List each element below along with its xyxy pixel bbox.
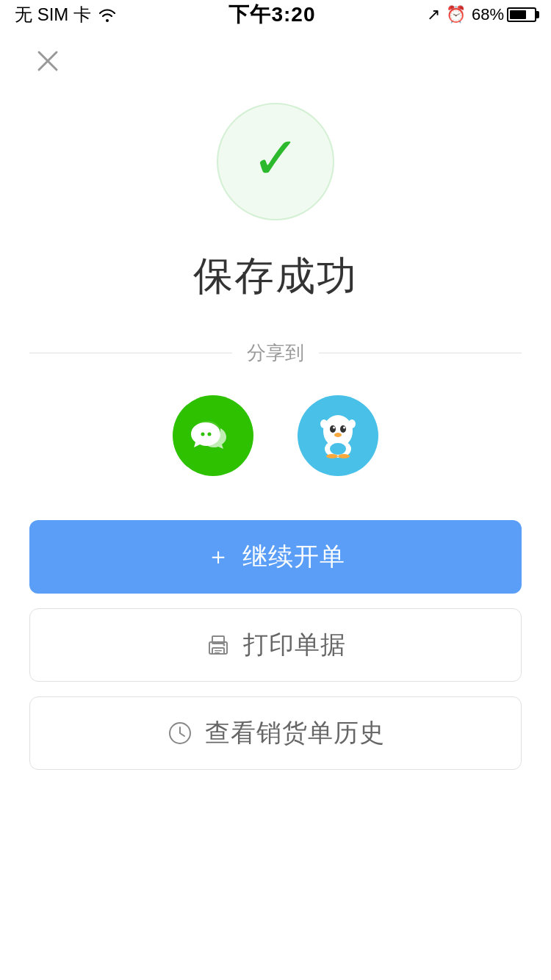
status-indicators: ↗ ⏰ 68% <box>427 5 536 24</box>
check-icon: ✓ <box>251 129 300 188</box>
success-circle: ✓ <box>217 103 334 220</box>
battery-icon <box>507 7 536 22</box>
close-icon <box>36 49 60 73</box>
main-content: ✓ 保存成功 分享到 <box>0 29 551 799</box>
svg-point-16 <box>348 419 356 428</box>
battery-fill <box>510 10 526 19</box>
history-icon <box>167 720 193 746</box>
action-buttons: ＋ 继续开单 打印单据 <box>29 520 522 770</box>
plus-icon: ＋ <box>206 541 231 573</box>
svg-rect-21 <box>215 652 220 654</box>
status-time: 下午3:20 <box>228 1 315 29</box>
wechat-icon <box>190 415 237 456</box>
success-title: 保存成功 <box>193 250 358 303</box>
close-button[interactable] <box>29 43 66 79</box>
continue-order-label: 继续开单 <box>242 540 345 574</box>
svg-rect-20 <box>215 650 222 652</box>
svg-point-10 <box>333 427 335 429</box>
battery-percent: 68% <box>472 5 504 24</box>
qq-share-button[interactable] <box>298 395 378 476</box>
qq-icon <box>313 411 363 461</box>
divider-left <box>29 353 232 353</box>
share-label: 分享到 <box>247 340 304 366</box>
svg-point-11 <box>343 427 345 429</box>
wechat-share-button[interactable] <box>173 395 253 476</box>
share-divider: 分享到 <box>29 340 522 366</box>
print-receipt-button[interactable]: 打印单据 <box>29 608 522 682</box>
svg-point-7 <box>330 443 346 455</box>
location-icon: ↗ <box>427 5 440 24</box>
view-history-button[interactable]: 查看销货单历史 <box>29 696 522 770</box>
alarm-icon: ⏰ <box>446 5 466 24</box>
battery-info: 68% <box>472 5 536 24</box>
printer-icon <box>205 632 231 658</box>
carrier-info: 无 SIM 卡 <box>15 3 118 26</box>
continue-order-button[interactable]: ＋ 继续开单 <box>29 520 522 594</box>
svg-point-12 <box>334 433 342 437</box>
print-receipt-label: 打印单据 <box>243 628 346 662</box>
view-history-label: 查看销货单历史 <box>205 716 385 750</box>
svg-point-4 <box>208 433 212 436</box>
share-row <box>29 395 522 476</box>
divider-right <box>319 353 522 353</box>
carrier-text: 无 SIM 卡 <box>15 3 91 26</box>
svg-point-13 <box>326 454 338 458</box>
svg-point-8 <box>330 425 336 433</box>
svg-point-9 <box>340 425 346 433</box>
wifi-icon <box>97 7 118 22</box>
svg-point-15 <box>320 419 328 428</box>
svg-point-3 <box>201 433 205 436</box>
svg-point-22 <box>223 644 226 646</box>
svg-point-14 <box>338 454 350 458</box>
status-bar: 无 SIM 卡 下午3:20 ↗ ⏰ 68% <box>0 0 551 29</box>
